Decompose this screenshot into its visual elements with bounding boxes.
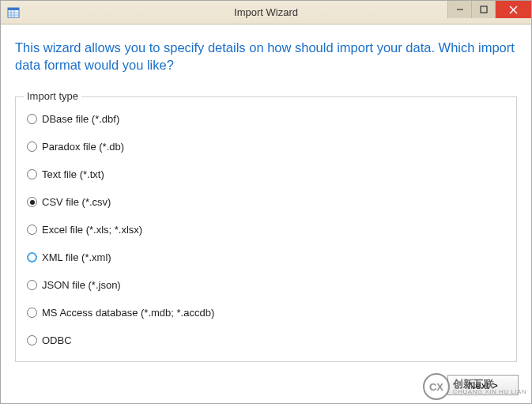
radio-label: DBase file (*.dbf) (42, 113, 119, 125)
wizard-content: This wizard allows you to specify detail… (1, 25, 531, 368)
radio-label: XML file (*.xml) (42, 251, 111, 263)
close-button[interactable] (495, 1, 531, 18)
fieldset-legend: Import type (24, 90, 81, 102)
radio-icon (27, 225, 37, 235)
radio-label: MS Access database (*.mdb; *.accdb) (42, 307, 214, 319)
radio-option-access[interactable]: MS Access database (*.mdb; *.accdb) (27, 305, 505, 321)
radio-label: Excel file (*.xls; *.xlsx) (42, 224, 142, 236)
radio-option-paradox[interactable]: Paradox file (*.db) (27, 139, 505, 155)
radio-label: CSV file (*.csv) (42, 196, 111, 208)
watermark-brand-main: 创新互联 (453, 379, 526, 389)
radio-icon (27, 252, 37, 262)
maximize-button[interactable] (471, 1, 495, 18)
radio-icon (27, 335, 37, 345)
radio-option-odbc[interactable]: ODBC (27, 333, 505, 349)
watermark-brand: 创新互联 CHUANG XIN HU LIAN (453, 379, 526, 395)
radio-option-json[interactable]: JSON file (*.json) (27, 278, 505, 293)
radio-icon (27, 280, 37, 290)
radio-icon (27, 169, 37, 179)
radio-icon (27, 197, 37, 207)
import-type-fieldset: Import type DBase file (*.dbf) Paradox f… (15, 96, 517, 362)
minimize-button[interactable] (447, 1, 471, 18)
radio-option-excel[interactable]: Excel file (*.xls; *.xlsx) (27, 222, 505, 238)
titlebar: Import Wizard (1, 1, 531, 25)
svg-rect-1 (8, 8, 19, 10)
radio-option-text[interactable]: Text file (*.txt) (27, 167, 505, 183)
radio-icon (27, 114, 37, 124)
radio-label: ODBC (42, 334, 72, 346)
wizard-intro-text: This wizard allows you to specify detail… (15, 39, 517, 74)
watermark: CX 创新互联 CHUANG XIN HU LIAN (423, 373, 526, 400)
radio-label: JSON file (*.json) (42, 279, 121, 291)
radio-label: Text file (*.txt) (42, 168, 104, 180)
radio-option-dbase[interactable]: DBase file (*.dbf) (27, 111, 505, 127)
svg-rect-7 (481, 6, 487, 13)
app-icon (7, 6, 20, 19)
radio-option-xml[interactable]: XML file (*.xml) (27, 250, 505, 266)
window-controls (447, 1, 531, 18)
watermark-brand-sub: CHUANG XIN HU LIAN (453, 389, 526, 395)
watermark-logo-icon: CX (423, 373, 450, 400)
radio-icon (27, 308, 37, 318)
radio-icon (27, 142, 37, 152)
radio-label: Paradox file (*.db) (42, 141, 124, 153)
radio-option-csv[interactable]: CSV file (*.csv) (27, 194, 505, 210)
